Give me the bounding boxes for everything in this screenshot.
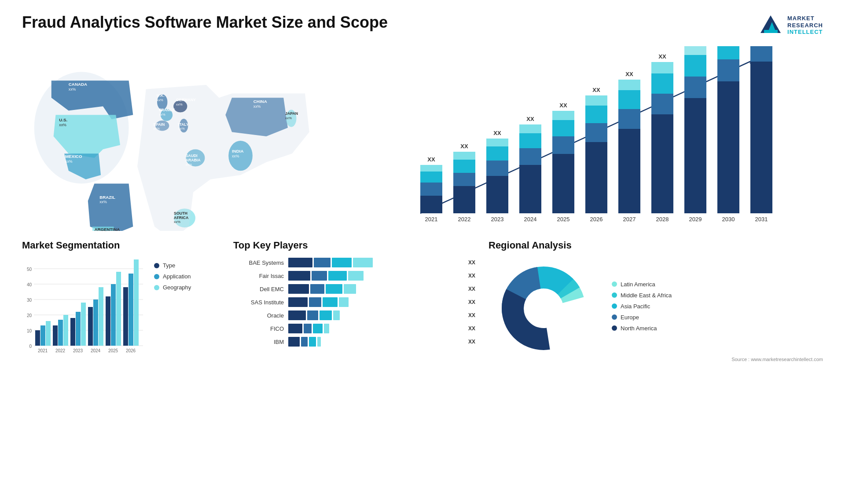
svg-text:2023: 2023: [491, 216, 504, 223]
bar-seg: [310, 284, 324, 294]
bar-seg: [309, 337, 316, 347]
svg-rect-60: [486, 139, 508, 146]
svg-text:XX: XX: [658, 53, 666, 60]
legend-type: Type: [154, 262, 191, 269]
svg-text:ITALY: ITALY: [178, 122, 189, 127]
logo-area: MARKET RESEARCH INTELLECT: [759, 13, 823, 37]
svg-text:U.K.: U.K.: [157, 93, 165, 98]
svg-rect-138: [123, 287, 128, 346]
svg-rect-88: [684, 77, 706, 98]
player-ibm: IBM XX: [233, 337, 475, 347]
svg-rect-75: [585, 95, 607, 106]
svg-text:50: 50: [27, 267, 32, 272]
svg-rect-130: [76, 312, 81, 346]
player-fico: FICO XX: [233, 324, 475, 333]
svg-text:XX: XX: [493, 130, 501, 136]
svg-text:xx%: xx%: [254, 104, 261, 109]
svg-rect-64: [519, 133, 541, 148]
legend-latin-america: Latin America: [612, 281, 672, 288]
bar-seg: [339, 297, 349, 307]
segmentation-title: Market Segmentation: [22, 240, 220, 251]
bar-seg: [324, 324, 329, 333]
logo-text: MARKET RESEARCH INTELLECT: [787, 15, 823, 36]
player-oracle: Oracle XX: [233, 310, 475, 320]
legend-geography-dot: [154, 285, 159, 290]
svg-text:xx%: xx%: [65, 159, 73, 164]
header: Fraud Analytics Software Market Size and…: [22, 13, 823, 37]
donut-chart: [489, 258, 599, 354]
svg-rect-72: [585, 142, 607, 213]
svg-text:CANADA: CANADA: [69, 82, 87, 87]
svg-rect-124: [40, 325, 45, 346]
svg-text:2022: 2022: [458, 216, 471, 223]
player-name-fico: FICO: [233, 325, 284, 332]
bar-seg: [288, 310, 306, 320]
svg-rect-140: [134, 259, 139, 346]
svg-rect-132: [88, 307, 93, 346]
page-container: Fraud Analytics Software Market Size and…: [0, 0, 845, 504]
svg-text:xx%: xx%: [174, 220, 180, 224]
legend-north-america-dot: [612, 325, 617, 331]
player-value-sas: XX: [468, 299, 475, 305]
svg-text:2026: 2026: [590, 216, 603, 223]
svg-text:2030: 2030: [722, 216, 735, 223]
svg-text:XX: XX: [427, 156, 435, 163]
bar-seg: [304, 324, 312, 333]
svg-rect-70: [552, 111, 574, 120]
svg-rect-82: [651, 114, 673, 213]
bar-seg: [333, 310, 340, 320]
player-bar-ibm: [288, 337, 462, 347]
bar-seg: [326, 284, 342, 294]
bar-seg: [323, 297, 338, 307]
svg-text:2022: 2022: [55, 348, 66, 353]
svg-rect-134: [99, 287, 103, 346]
svg-rect-74: [585, 106, 607, 123]
player-bar-oracle: [288, 310, 462, 320]
svg-rect-2: [764, 30, 778, 33]
legend-type-dot: [154, 263, 159, 268]
svg-rect-93: [717, 59, 739, 81]
bar-seg: [301, 337, 308, 347]
players-list: BAE Systems XX Fair Issac: [233, 258, 475, 347]
regional-legend: Latin America Middle East & Africa Asia …: [612, 281, 672, 332]
svg-rect-52: [453, 186, 475, 213]
bar-chart-section: XX XX XX XX: [343, 46, 823, 231]
svg-rect-137: [116, 272, 121, 346]
player-bar-sas: [288, 297, 462, 307]
bar-seg: [288, 324, 302, 333]
svg-text:SAUDI: SAUDI: [185, 153, 197, 158]
svg-text:30: 30: [27, 298, 32, 303]
svg-text:2023: 2023: [73, 348, 83, 353]
svg-rect-126: [53, 325, 58, 346]
bar-seg: [307, 310, 318, 320]
svg-text:XX: XX: [526, 116, 534, 122]
svg-text:2021: 2021: [425, 216, 438, 223]
svg-rect-89: [684, 55, 706, 77]
player-bar-dell: [288, 284, 462, 294]
svg-text:U.S.: U.S.: [59, 117, 67, 122]
svg-rect-67: [552, 154, 574, 213]
bar-seg: [348, 271, 364, 281]
svg-rect-131: [81, 303, 86, 346]
player-value-ibm: XX: [468, 339, 475, 345]
legend-europe-dot: [612, 314, 617, 320]
legend-europe: Europe: [612, 314, 672, 321]
players-section: Top Key Players BAE Systems XX Fai: [233, 240, 475, 484]
svg-point-152: [525, 290, 562, 327]
source-text: Source : www.marketresearchintellect.com: [489, 357, 823, 362]
svg-text:xx%: xx%: [178, 127, 185, 131]
player-bae: BAE Systems XX: [233, 258, 475, 267]
svg-rect-48: [420, 183, 442, 196]
player-bar-bae: [288, 258, 462, 267]
svg-rect-63: [519, 148, 541, 165]
svg-rect-58: [486, 161, 508, 176]
svg-rect-53: [453, 173, 475, 186]
bar-seg: [313, 324, 323, 333]
svg-text:xx%: xx%: [285, 116, 292, 120]
player-value-oracle: XX: [468, 312, 475, 318]
svg-rect-69: [552, 120, 574, 136]
svg-text:2026: 2026: [126, 348, 136, 353]
map-section: CANADA xx% U.S. xx% MEXICO xx% BRAZIL xx…: [22, 46, 330, 231]
svg-rect-133: [93, 299, 98, 346]
svg-rect-127: [58, 320, 63, 346]
